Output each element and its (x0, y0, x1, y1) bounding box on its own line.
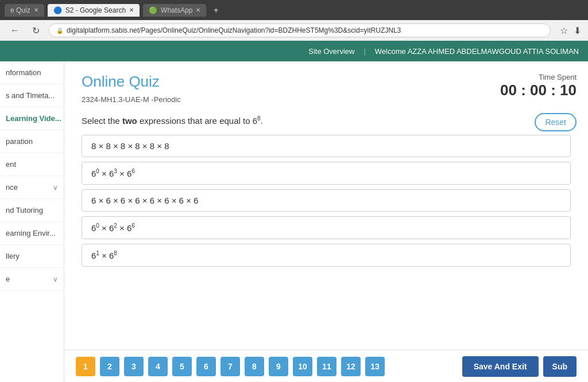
main-layout: nformation s and Timeta... Learning Vide… (0, 61, 588, 382)
bottom-bar: 1 2 3 4 5 6 7 8 9 10 11 12 13 Save And E… (64, 350, 588, 382)
chevron-down-icon: ∨ (53, 184, 58, 192)
subtitle: 2324-MH1.3-UAE-M -Periodic (82, 95, 571, 104)
sidebar-item-e[interactable]: e ∨ (0, 268, 64, 291)
time-spent-section: Time Spent 00 : 00 : 10 (500, 73, 577, 99)
option-2[interactable]: 60 × 63 × 66 (82, 162, 571, 185)
bookmark-icon[interactable]: ☆ (560, 25, 568, 36)
chevron-down-icon-2: ∨ (53, 275, 58, 283)
top-nav: Site Overview | Welcome AZZA AHMED ABDEL… (0, 41, 588, 61)
option-4[interactable]: 60 × 62 × 66 (82, 216, 571, 239)
page-12-button[interactable]: 12 (341, 357, 361, 376)
page-4-button[interactable]: 4 (148, 357, 168, 376)
sidebar-item-learning-video[interactable]: Learning Vide... (0, 107, 64, 130)
tab-quiz[interactable]: e Quiz ✕ (5, 4, 44, 17)
sidebar-item-timetable[interactable]: s and Timeta... (0, 84, 64, 107)
tab-close-whatsapp[interactable]: ✕ (196, 7, 200, 13)
sidebar-item-nce[interactable]: nce ∨ (0, 176, 64, 199)
save-and-exit-button[interactable]: Save And Exit (462, 356, 539, 377)
page-13-button[interactable]: 13 (365, 357, 385, 376)
tab-add-button[interactable]: + (210, 5, 222, 15)
sidebar-item-gallery[interactable]: llery (0, 245, 64, 268)
tab-close-google[interactable]: ✕ (129, 7, 134, 13)
page-6-button[interactable]: 6 (196, 357, 216, 376)
sidebar-item-tutoring[interactable]: nd Tutoring (0, 199, 64, 222)
url-bar[interactable]: 🔒 digitalplatform.sabis.net/Pages/Online… (49, 24, 551, 37)
sidebar-item-ent[interactable]: ent (0, 153, 64, 176)
download-icon[interactable]: ⬇ (574, 25, 581, 36)
address-bar: ← ↻ 🔒 digitalplatform.sabis.net/Pages/On… (0, 20, 588, 41)
reset-button[interactable]: Reset (535, 113, 577, 131)
option-5[interactable]: 61 × 68 (82, 244, 571, 267)
tab-close-quiz[interactable]: ✕ (34, 7, 38, 13)
back-button[interactable]: ← (7, 24, 23, 37)
sidebar-item-preparation[interactable]: paration (0, 130, 64, 153)
page-3-button[interactable]: 3 (124, 357, 144, 376)
option-3[interactable]: 6 × 6 × 6 × 6 × 6 × 6 × 6 × 6 (82, 189, 571, 212)
submit-button[interactable]: Sub (543, 356, 577, 377)
page-8-button[interactable]: 8 (245, 357, 264, 376)
site-overview-link[interactable]: Site Overview (308, 47, 354, 56)
page-title: Online Quiz (82, 73, 571, 91)
page-10-button[interactable]: 10 (293, 357, 312, 376)
reload-button[interactable]: ↻ (29, 24, 43, 37)
question-text: Select the two expressions that are equa… (82, 115, 571, 126)
option-1[interactable]: 8 × 8 × 8 × 8 × 8 × 8 (82, 135, 571, 157)
page-5-button[interactable]: 5 (172, 357, 192, 376)
tab-whatsapp[interactable]: 🟢 WhatsApp ✕ (143, 4, 206, 17)
secure-icon: 🔒 (56, 28, 63, 34)
page-11-button[interactable]: 11 (317, 357, 336, 376)
sidebar: nformation s and Timeta... Learning Vide… (0, 61, 64, 382)
page-7-button[interactable]: 7 (220, 357, 240, 376)
browser-tabs: e Quiz ✕ 🔵 S2 - Google Search ✕ 🟢 WhatsA… (0, 0, 588, 20)
url-text: digitalplatform.sabis.net/Pages/OnlineQu… (67, 26, 543, 34)
page-2-button[interactable]: 2 (100, 357, 119, 376)
time-spent-label: Time Spent (500, 73, 577, 81)
tab-google[interactable]: 🔵 S2 - Google Search ✕ (48, 4, 140, 17)
content-area: Online Quiz 2324-MH1.3-UAE-M -Periodic T… (64, 61, 588, 382)
page-9-button[interactable]: 9 (269, 357, 288, 376)
sidebar-item-environ[interactable]: earning Envir... (0, 222, 64, 245)
time-spent-value: 00 : 00 : 10 (500, 81, 577, 99)
page-1-button[interactable]: 1 (76, 357, 95, 376)
welcome-text: Welcome AZZA AHMED ABDELMAWGOUD ATTIA SO… (375, 47, 579, 56)
sidebar-item-information[interactable]: nformation (0, 61, 64, 84)
